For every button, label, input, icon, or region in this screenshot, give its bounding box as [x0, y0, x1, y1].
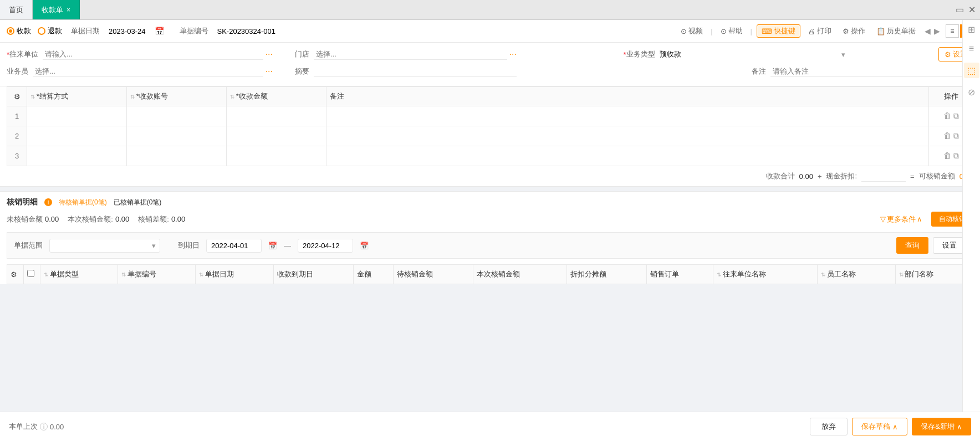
row-1-amount[interactable] [227, 106, 326, 126]
calendar-icon[interactable]: 📅 [155, 27, 164, 35]
due-date-label: 到期日 [178, 240, 200, 250]
filter-actions: 查询 设置 [896, 237, 966, 254]
save-draft-chevron: ∧ [892, 423, 898, 431]
sort-icon-type: ⇅ [44, 271, 50, 278]
unchecked-value: 0.00 [45, 215, 59, 223]
radio-refund[interactable]: 退款 [38, 26, 62, 36]
footer-info-icon[interactable]: i [40, 423, 48, 430]
row-3-delete-icon[interactable]: 🗑 [943, 151, 951, 161]
summary-input[interactable] [314, 66, 517, 77]
row-1-account[interactable] [127, 106, 227, 126]
counterpart-more-icon[interactable]: ··· [266, 49, 273, 59]
table-gear-icon[interactable]: ⚙ [14, 93, 21, 101]
row-2-settlement[interactable] [27, 126, 127, 146]
bottom-gear-icon[interactable]: ⚙ [11, 270, 17, 279]
panel-attach-icon[interactable]: ⊘ [968, 87, 975, 98]
form-area: * 往来单位 ··· 门店 ··· * 业务类型 预收款 ▾ ⚙ 设置 [0, 43, 980, 86]
store-input[interactable] [314, 49, 507, 60]
col-dept: 部门名称 [905, 270, 933, 278]
row-1-settlement[interactable] [27, 106, 127, 126]
row-3-settlement[interactable] [27, 146, 127, 166]
receipt-table: ⚙ ⇅ *结算方式 ⇅ *收款账号 ⇅ *收款金额 备注 [7, 86, 973, 166]
window-restore-icon[interactable]: ▭ [956, 4, 964, 15]
nav-next-icon[interactable]: ▶ [933, 27, 941, 35]
row-3-copy-icon[interactable]: ⧉ [953, 151, 959, 161]
row-1-copy-icon[interactable]: ⧉ [953, 111, 959, 121]
query-button[interactable]: 查询 [896, 237, 928, 254]
print-icon: 🖨 [808, 27, 815, 35]
calendar-to-icon[interactable]: 📅 [360, 242, 369, 250]
discard-button[interactable]: 放弃 [810, 418, 848, 435]
settings-gear-icon: ⚙ [945, 50, 951, 59]
nav-arrows: ◀ ▶ [923, 27, 941, 35]
video-icon: ⊙ [681, 27, 687, 35]
date-to-input[interactable] [298, 239, 353, 253]
save-draft-button[interactable]: 保存草稿 ∧ [852, 418, 907, 435]
row-2-amount[interactable] [227, 126, 326, 146]
sort-icon-account: ⇅ [130, 94, 136, 100]
help-label: 帮助 [728, 26, 743, 36]
nav-prev-icon[interactable]: ◀ [923, 27, 932, 35]
video-btn[interactable]: ⊙ 视频 [677, 25, 706, 37]
biz-type-dropdown-icon[interactable]: ▾ [841, 50, 845, 59]
table-row: 1 🗑 ⧉ [7, 106, 973, 126]
col-current-verify: 本次核销金额 [477, 270, 520, 278]
row-1-remark[interactable] [326, 106, 929, 126]
row-1-delete-icon[interactable]: 🗑 [943, 111, 951, 121]
shortcut-btn[interactable]: ⌨ 快捷键 [757, 24, 800, 38]
history-btn[interactable]: 📋 历史单据 [873, 25, 919, 37]
select-all-checkbox[interactable] [27, 270, 34, 277]
col-sales-order: 销售订单 [650, 270, 679, 278]
window-close-icon[interactable]: ✕ [968, 4, 976, 15]
radio-refund-dot [38, 27, 45, 35]
more-conditions-btn[interactable]: ▽ 更多条件 ∧ [880, 214, 922, 224]
panel-list-icon[interactable]: ≡ [969, 44, 974, 54]
panel-table-icon[interactable]: ⊞ [968, 24, 975, 35]
help-icon: ⊙ [721, 27, 727, 35]
store-more-icon[interactable]: ··· [509, 49, 517, 59]
calendar-from-icon[interactable]: 📅 [268, 242, 277, 250]
counterpart-input[interactable] [43, 49, 263, 60]
row-2-copy-icon[interactable]: ⧉ [953, 131, 959, 141]
salesperson-more-icon[interactable]: ··· [266, 66, 273, 76]
tab-home[interactable]: 首页 [0, 0, 33, 19]
diff-stat: 核销差额: 0.00 [138, 214, 185, 224]
done-tab[interactable]: 已核销单据(0笔) [114, 198, 162, 207]
verification-info-icon[interactable]: i [44, 198, 52, 206]
discount-input[interactable] [861, 171, 906, 182]
row-num-3: 3 [7, 146, 27, 166]
view-list-btn[interactable]: ≡ [946, 24, 959, 38]
tab-receipt[interactable]: 收款单 × [33, 0, 80, 19]
table-settings-button[interactable]: 设置 [933, 237, 966, 254]
salesperson-input[interactable] [33, 66, 263, 77]
save-new-button[interactable]: 保存&新增 ∧ [912, 418, 971, 435]
help-btn[interactable]: ⊙ 帮助 [717, 25, 746, 37]
tab-home-label: 首页 [9, 5, 23, 15]
summary-label: 摘要 [295, 66, 309, 76]
row-3-amount[interactable] [227, 146, 326, 166]
row-3-account[interactable] [127, 146, 227, 166]
radio-receipt[interactable]: 收款 [7, 26, 31, 36]
summary-row: 收款合计 0.00 + 现金折扣: = 可核销金额 0.00 [0, 166, 980, 187]
tab-close-icon[interactable]: × [67, 6, 70, 14]
col-pending: 待核销金额 [397, 270, 433, 278]
save-new-label: 保存&新增 [921, 422, 955, 432]
bottom-table-area: ⚙ ⇅ 单据类型 ⇅ 单据编号 ⇅ 单据日期 收款到期日 金额 待核销金额 本次… [0, 264, 980, 284]
tab-bar: 首页 收款单 × ▭ ✕ [0, 0, 980, 20]
row-2-remark[interactable] [326, 126, 929, 146]
row-3-remark[interactable] [326, 146, 929, 166]
summary-field: 摘要 [295, 66, 517, 77]
operate-btn[interactable]: ⚙ 操作 [839, 25, 869, 37]
footer-info: 本单上次 i 0.00 [9, 422, 64, 432]
remark-input[interactable] [770, 66, 973, 77]
date-from-input[interactable] [206, 239, 262, 253]
row-2-delete-icon[interactable]: 🗑 [943, 131, 951, 141]
print-btn[interactable]: 🖨 打印 [805, 25, 835, 37]
panel-camera-icon[interactable]: ⬚ [964, 63, 979, 78]
store-label: 门店 [295, 49, 309, 59]
col-due-date: 收款到期日 [277, 270, 313, 278]
pending-tab[interactable]: 待核销单据(0笔) [59, 198, 107, 207]
range-select[interactable] [49, 239, 160, 253]
row-2-account[interactable] [127, 126, 227, 146]
col-settlement: *结算方式 [37, 92, 68, 100]
